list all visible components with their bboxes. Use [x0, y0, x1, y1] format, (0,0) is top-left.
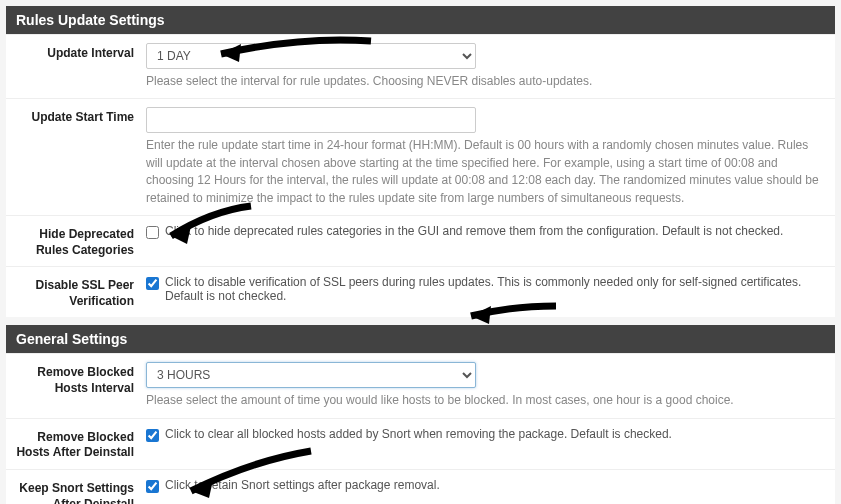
help-update-start-time: Enter the rule update start time in 24-h…	[146, 137, 823, 207]
label-keep-settings: Keep Snort Settings After Deinstall	[6, 478, 146, 504]
help-remove-interval: Please select the amount of time you wou…	[146, 392, 823, 409]
label-remove-after-deinstall: Remove Blocked Hosts After Deinstall	[6, 427, 146, 461]
help-remove-after-deinstall: Click to clear all blocked hosts added b…	[165, 427, 672, 441]
help-hide-deprecated: Click to hide deprecated rules categorie…	[165, 224, 783, 238]
label-hide-deprecated: Hide Deprecated Rules Categories	[6, 224, 146, 258]
general-settings-section: General Settings Remove Blocked Hosts In…	[6, 325, 835, 504]
update-interval-select[interactable]: 1 DAY	[146, 43, 476, 69]
help-disable-ssl: Click to disable verification of SSL pee…	[165, 275, 823, 303]
rules-update-settings-section: Rules Update Settings Update Interval 1 …	[6, 6, 835, 317]
disable-ssl-checkbox[interactable]	[146, 277, 159, 290]
section-header-rules: Rules Update Settings	[6, 6, 835, 34]
update-start-time-input[interactable]	[146, 107, 476, 133]
help-keep-settings: Click to retain Snort settings after pac…	[165, 478, 440, 492]
label-update-interval: Update Interval	[6, 43, 146, 90]
remove-interval-select[interactable]: 3 HOURS	[146, 362, 476, 388]
keep-settings-checkbox[interactable]	[146, 480, 159, 493]
label-disable-ssl: Disable SSL Peer Verification	[6, 275, 146, 309]
hide-deprecated-checkbox[interactable]	[146, 226, 159, 239]
label-remove-interval: Remove Blocked Hosts Interval	[6, 362, 146, 409]
help-update-interval: Please select the interval for rule upda…	[146, 73, 823, 90]
section-header-general: General Settings	[6, 325, 835, 353]
label-update-start-time: Update Start Time	[6, 107, 146, 207]
remove-after-deinstall-checkbox[interactable]	[146, 429, 159, 442]
